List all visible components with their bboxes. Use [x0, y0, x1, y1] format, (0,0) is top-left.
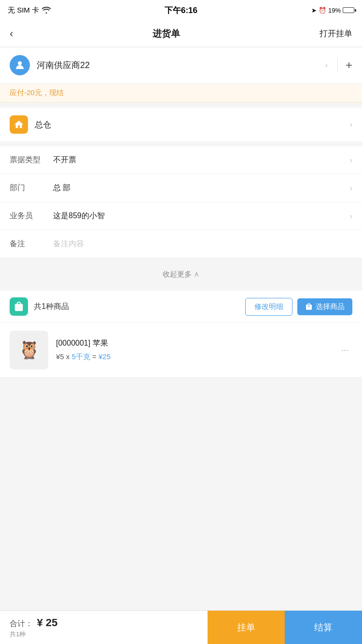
department-label: 部门 [10, 183, 53, 193]
note-row[interactable]: 备注 备注内容 [0, 230, 362, 258]
supplier-section: 河南供应商22 › + 应付-20元，现结 [0, 47, 362, 103]
note-value: 备注内容 [53, 239, 352, 249]
status-right: ➤ ⏰ 19% [311, 7, 354, 14]
product-section: 共1种商品 修改明细 选择商品 🦉 [0000001] 苹果 ¥5 [0, 291, 362, 378]
pending-button[interactable]: 挂单 [208, 611, 285, 644]
ticket-type-row[interactable]: 票据类型 不开票 › [0, 146, 362, 174]
supplier-chevron-icon: › [325, 61, 328, 70]
ticket-type-chevron-icon: › [350, 156, 352, 165]
product-info: [0000001] 苹果 ¥5 x 5千克 = ¥25 [56, 338, 337, 362]
product-name: [0000001] 苹果 [56, 338, 337, 349]
ticket-type-label: 票据类型 [10, 155, 53, 165]
unit-price: ¥5 [56, 352, 64, 361]
supplier-notice: 应付-20元，现结 [0, 84, 362, 103]
alarm-icon: ⏰ [319, 7, 326, 14]
battery-icon [343, 7, 354, 13]
bottom-bar: 合计： ¥ 25 共1种 挂单 结算 [0, 610, 362, 644]
product-menu-button[interactable]: ··· [337, 343, 352, 357]
total-amount: ¥ 25 [37, 616, 57, 629]
product-title: 苹果 [93, 339, 108, 347]
location-icon: ➤ [311, 7, 317, 14]
supplier-name: 河南供应商22 [37, 59, 325, 71]
collapse-label: 收起更多 ∧ [163, 270, 199, 279]
status-time: 下午6:16 [165, 5, 197, 16]
back-button[interactable]: ‹ [10, 28, 13, 40]
product-item: 🦉 [0000001] 苹果 ¥5 x 5千克 = ¥25 ··· [0, 323, 362, 378]
select-product-button[interactable]: 选择商品 [297, 298, 352, 315]
note-label: 备注 [10, 239, 53, 249]
battery-percent: 19% [328, 7, 341, 14]
department-value: 总 部 [53, 183, 350, 193]
status-bar: 无 SIM 卡 下午6:16 ➤ ⏰ 19% [0, 0, 362, 20]
product-total: ¥25 [98, 352, 111, 361]
ticket-type-value: 不开票 [53, 155, 350, 165]
product-code: [0000001] [56, 339, 90, 347]
total-count: 共1种 [10, 630, 198, 639]
total-label: 合计： [10, 619, 33, 628]
sales-chevron-icon: › [350, 212, 352, 221]
warehouse-row[interactable]: 总仓 › [0, 108, 362, 141]
sales-value: 这是859的小智 [53, 211, 350, 221]
product-placeholder-icon: 🦉 [18, 340, 40, 360]
edit-detail-button[interactable]: 修改明细 [245, 298, 292, 316]
department-row[interactable]: 部门 总 部 › [0, 174, 362, 202]
svg-point-0 [18, 61, 22, 65]
supplier-avatar [10, 55, 30, 75]
warehouse-icon [10, 115, 28, 134]
page-title: 进货单 [153, 28, 180, 40]
product-count-text: 共1种商品 [34, 302, 245, 312]
add-supplier-button[interactable]: + [337, 58, 352, 72]
product-price: ¥5 x 5千克 = ¥25 [56, 352, 337, 362]
sales-row[interactable]: 业务员 这是859的小智 › [0, 202, 362, 230]
product-count-icon [10, 297, 28, 316]
product-header: 共1种商品 修改明细 选择商品 [0, 291, 362, 323]
total-area: 合计： ¥ 25 共1种 [0, 616, 208, 639]
warehouse-name: 总仓 [35, 119, 350, 130]
settle-button[interactable]: 结算 [285, 611, 362, 644]
carrier-text: 无 SIM 卡 [8, 6, 39, 15]
open-pending-button[interactable]: 打开挂单 [320, 28, 352, 39]
product-thumbnail: 🦉 [10, 331, 48, 369]
warehouse-chevron-icon: › [350, 120, 352, 129]
product-qty: 5千克 [72, 352, 90, 361]
select-product-label: 选择商品 [316, 302, 345, 311]
warehouse-section: 总仓 › [0, 108, 362, 141]
supplier-row[interactable]: 河南供应商22 › + [0, 47, 362, 84]
nav-bar: ‹ 进货单 打开挂单 [0, 20, 362, 47]
fields-section: 票据类型 不开票 › 部门 总 部 › 业务员 这是859的小智 › 备注 备注… [0, 146, 362, 258]
wifi-icon [42, 7, 51, 14]
status-left: 无 SIM 卡 [8, 6, 51, 15]
department-chevron-icon: › [350, 184, 352, 193]
collapse-button[interactable]: 收起更多 ∧ [0, 263, 362, 286]
sales-label: 业务员 [10, 211, 53, 221]
